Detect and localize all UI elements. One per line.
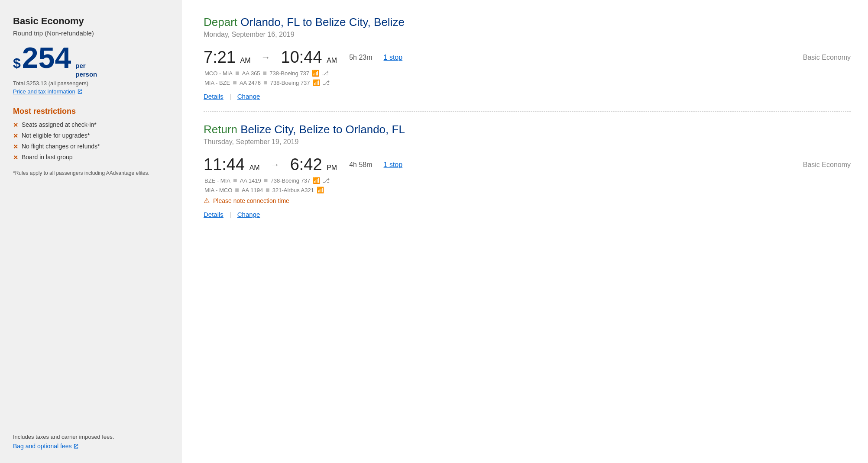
list-item: ✕ Seats assigned at check-in*: [13, 121, 169, 129]
return-duration: 4h 58m: [349, 161, 372, 169]
x-icon: ✕: [13, 122, 18, 129]
return-section: Return Belize City, Belize to Orlando, F…: [204, 123, 851, 218]
return-segment-1: BZE - MIA ■ AA 1419 ■ 738-Boeing 737 📶 ⎇: [204, 177, 851, 184]
list-item: ✕ Not eligible for upgrades*: [13, 132, 169, 139]
trip-type: Round trip (Non-refundable): [13, 29, 169, 37]
warning-icon: ⚠: [204, 196, 210, 205]
price-amount: 254: [22, 43, 71, 72]
depart-date: Monday, September 16, 2019: [204, 31, 851, 39]
x-icon: ✕: [13, 132, 18, 139]
arrow-icon: →: [261, 52, 271, 63]
depart-segment-1: MCO - MIA ■ AA 365 ■ 738-Boeing 737 📶 ⎇: [204, 69, 851, 77]
return-stops-link[interactable]: 1 stop: [384, 161, 403, 169]
return-date: Thursday, September 19, 2019: [204, 138, 851, 146]
restriction-list: ✕ Seats assigned at check-in* ✕ Not elig…: [13, 121, 169, 164]
restrictions-title: Most restrictions: [13, 107, 169, 116]
section-divider: [204, 111, 851, 112]
depart-section: Depart Orlando, FL to Belize City, Beliz…: [204, 16, 851, 100]
return-arrive-time: 6:42 PM: [290, 155, 337, 174]
right-panel: Depart Orlando, FL to Belize City, Beliz…: [182, 0, 868, 463]
return-fare-class: Basic Economy: [803, 161, 851, 169]
depart-change-link[interactable]: Change: [237, 93, 260, 100]
depart-route: Orlando, FL to Belize City, Belize: [240, 16, 405, 29]
bag-fees-link[interactable]: Bag and optional fees: [13, 443, 79, 450]
restriction-note: *Rules apply to all passengers including…: [13, 170, 169, 177]
return-depart-time: 11:44 AM: [204, 155, 260, 174]
return-direction: Return: [204, 123, 237, 136]
wifi-icon: 📶: [313, 177, 320, 184]
list-item: ✕ Board in last group: [13, 154, 169, 161]
wifi-icon: 📶: [317, 186, 324, 193]
depart-times-row: 7:21 AM → 10:44 AM 5h 23m 1 stop Basic E…: [204, 48, 851, 67]
price-row: $ 254 perperson: [13, 43, 169, 78]
depart-time: 7:21 AM: [204, 48, 251, 67]
external-link-icon-bag: [73, 444, 79, 449]
depart-stops-link[interactable]: 1 stop: [384, 54, 403, 61]
outlet-icon: ⎇: [322, 70, 329, 77]
return-action-links: Details | Change: [204, 211, 851, 218]
dollar-sign: $: [13, 55, 21, 71]
connection-warning: ⚠ Please note connection time: [204, 196, 851, 205]
return-header: Return Belize City, Belize to Orlando, F…: [204, 123, 851, 136]
depart-duration: 5h 23m: [349, 54, 372, 61]
depart-direction: Depart: [204, 16, 237, 29]
warning-text: Please note connection time: [213, 197, 289, 204]
depart-header: Depart Orlando, FL to Belize City, Beliz…: [204, 16, 851, 29]
external-link-icon: [77, 89, 83, 94]
arrow-icon: →: [270, 159, 280, 170]
bottom-note: Includes taxes and carrier imposed fees.…: [13, 421, 169, 450]
depart-details-link[interactable]: Details: [204, 93, 223, 100]
outlet-icon: ⎇: [323, 79, 330, 86]
wifi-icon: 📶: [313, 79, 320, 86]
return-change-link[interactable]: Change: [237, 211, 260, 218]
fare-type: Basic Economy: [13, 16, 169, 27]
depart-action-links: Details | Change: [204, 93, 851, 100]
depart-fare-class: Basic Economy: [803, 54, 851, 61]
outlet-icon: ⎇: [323, 177, 330, 184]
total-price: Total $253.13 (all passengers): [13, 80, 169, 87]
price-tax-link[interactable]: Price and tax information: [13, 88, 169, 95]
depart-segment-2: MIA - BZE ■ AA 2476 ■ 738-Boeing 737 📶 ⎇: [204, 79, 851, 87]
depart-arrive-time: 10:44 AM: [281, 48, 337, 67]
return-details-link[interactable]: Details: [204, 211, 223, 218]
left-panel: Basic Economy Round trip (Non-refundable…: [0, 0, 182, 463]
per-person: perperson: [75, 61, 97, 78]
x-icon: ✕: [13, 154, 18, 161]
wifi-icon: 📶: [312, 70, 319, 77]
return-times-row: 11:44 AM → 6:42 PM 4h 58m 1 stop Basic E…: [204, 155, 851, 174]
return-segment-2: MIA - MCO ■ AA 1194 ■ 321-Airbus A321 📶: [204, 186, 851, 194]
list-item: ✕ No flight changes or refunds*: [13, 143, 169, 150]
includes-text: Includes taxes and carrier imposed fees.: [13, 434, 169, 440]
return-route: Belize City, Belize to Orlando, FL: [240, 123, 405, 136]
x-icon: ✕: [13, 143, 18, 150]
